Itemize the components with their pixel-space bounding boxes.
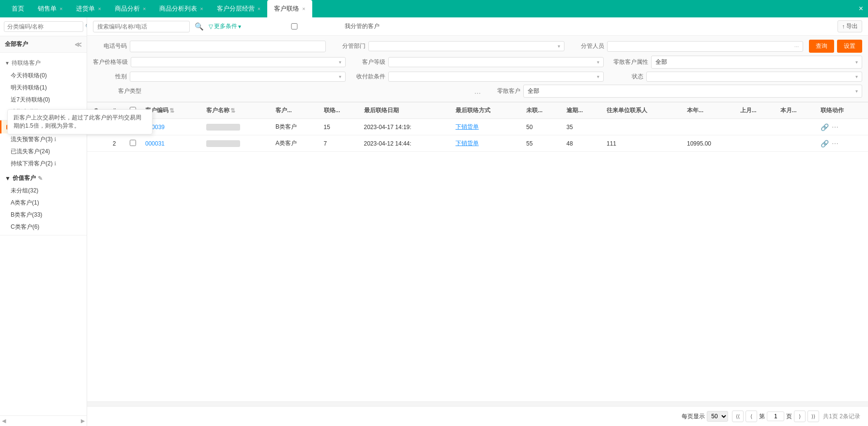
sidebar-declining[interactable]: 持续下滑客户(2) ℹ <box>0 158 87 170</box>
export-button[interactable]: ↑ 导出 <box>838 20 862 32</box>
lost-warning-info-icon[interactable]: ℹ <box>54 136 56 143</box>
status-label: 状态 <box>609 73 643 81</box>
customer-level-select[interactable]: ▾ <box>388 57 604 67</box>
th-this-month[interactable]: 本月... <box>777 103 817 119</box>
nav-purchase-order[interactable]: 进货单 × <box>69 0 107 17</box>
branch-dept-caret-icon: ▾ <box>558 44 560 49</box>
payment-field: 收付款条件 ▾ <box>351 72 604 82</box>
th-customer-type[interactable]: 客户... <box>272 103 320 119</box>
sidebar-ungrouped[interactable]: 未分组(32) <box>0 185 87 197</box>
sidebar-lost-warning[interactable]: 流失预警客户(3) ℹ <box>0 133 87 146</box>
sidebar-prev-btn[interactable]: ◀ <box>2 418 6 424</box>
row-customer-type: A类客户 <box>272 135 320 152</box>
branch-person-select[interactable]: ··· <box>607 41 803 52</box>
nav-customer-segmentation[interactable]: 客户分层经营 × <box>210 0 267 17</box>
sidebar-next-btn[interactable]: ▶ <box>81 418 85 424</box>
query-button[interactable]: 查询 <box>809 40 834 53</box>
left-sidebar: 🔍 全部客户 ≪ ▼ 待联络客户 今天待联络(0) 明天待联络(1) 近7天待联 <box>0 17 87 426</box>
row-customer-name <box>202 119 272 135</box>
filter-row-4: 客户类型 ... 零散客户 全部 ▾ <box>93 85 862 98</box>
close-all-tabs[interactable]: × <box>859 4 863 13</box>
row-last-contact-method[interactable]: 下销货单 <box>452 119 522 135</box>
branch-dept-select[interactable]: ▾ <box>368 41 564 51</box>
row-link-icon[interactable]: 🔗 <box>821 123 829 131</box>
retail-attr-caret-icon: ▾ <box>855 59 858 65</box>
th-last-contact-date[interactable]: 最后联络日期 <box>360 103 452 119</box>
more-conditions-btn[interactable]: ▽ 更多条件 ▾ <box>209 22 241 30</box>
sidebar-week-pending[interactable]: 近7天待联络(0) <box>0 94 87 106</box>
filter-more-icon[interactable]: ... <box>474 87 481 96</box>
settings-button[interactable]: 设置 <box>837 40 862 53</box>
th-last-month[interactable]: 上月... <box>736 103 777 119</box>
sidebar-already-lost[interactable]: 已流失客户(24) <box>0 146 87 158</box>
branch-person-field: 分管人员 ··· <box>570 41 803 52</box>
row-menu-icon[interactable]: ⋯ <box>832 123 838 131</box>
pending-contact-group[interactable]: ▼ 待联络客户 <box>0 57 87 70</box>
row-link-icon[interactable]: 🔗 <box>821 140 829 147</box>
price-level-label: 客户价格等级 <box>93 58 128 66</box>
prev-page-btn[interactable]: ⟨ <box>746 411 757 422</box>
sidebar-collapse-btn[interactable]: ≪ <box>75 41 82 48</box>
gender-select[interactable]: ▾ <box>130 72 346 82</box>
status-select[interactable]: ▾ <box>646 72 862 82</box>
branch-person-more-icon[interactable]: ··· <box>794 44 799 49</box>
my-customers-check[interactable] <box>246 23 343 29</box>
sidebar-tomorrow-pending[interactable]: 明天待联络(1) <box>0 82 87 94</box>
customer-level-field: 客户等级 ▾ <box>351 57 604 67</box>
sort-icon: ⇅ <box>169 107 174 114</box>
search-input[interactable] <box>93 21 190 32</box>
close-product-analysis-list[interactable]: × <box>200 6 203 12</box>
retail-attr-select[interactable]: 全部 ▾ <box>651 56 862 69</box>
sidebar-search-input[interactable] <box>4 21 83 32</box>
tooltip-box: 距客户上次交易时长，超过了此客户的平均交易周期的1.5倍，则视为异常。 <box>87 109 152 134</box>
retail-customer-caret-icon: ▾ <box>855 88 858 94</box>
row-customer-code[interactable]: 000031 <box>141 135 202 152</box>
th-unit-contact[interactable]: 往来单位联系人 <box>603 103 683 119</box>
next-page-btn[interactable]: ⟩ <box>794 411 806 422</box>
close-customer-contact[interactable]: × <box>302 6 305 12</box>
close-purchase-order[interactable]: × <box>98 6 101 12</box>
last-page-btn[interactable]: ⟩⟩ <box>807 411 819 422</box>
close-sales-order[interactable]: × <box>60 6 62 12</box>
sidebar-class-b[interactable]: B类客户(33) <box>0 209 87 221</box>
retail-customer-field: 零散客户 全部 ▾ <box>487 85 862 98</box>
th-this-year[interactable]: 本年... <box>683 103 736 119</box>
page-navigation: ⟨⟨ ⟨ 第 页 ⟩ ⟩⟩ <box>732 411 819 422</box>
horizontal-scrollbar[interactable] <box>87 401 868 406</box>
value-customer-edit-icon[interactable]: ✎ <box>38 175 43 182</box>
first-page-btn[interactable]: ⟨⟨ <box>732 411 744 422</box>
th-last-contact-method[interactable]: 最后联络方式 <box>452 103 522 119</box>
payment-select[interactable]: ▾ <box>388 72 604 82</box>
nav-home[interactable]: 首页 <box>5 0 31 17</box>
my-customers-checkbox[interactable]: 我分管的客户 <box>246 22 380 30</box>
table-area[interactable]: ⚙ # 客户编码⇅ 客户名称⇅ 客户... 联络... 最后联络日期 最后联络方… <box>87 102 868 401</box>
nav-customer-contact[interactable]: 客户联络 × <box>267 0 312 17</box>
th-contact-count[interactable]: 联络... <box>320 103 360 119</box>
sidebar-today-pending[interactable]: 今天待联络(0) <box>0 70 87 82</box>
row-last-contact-date: 2023-04-17 14:19: <box>360 119 452 135</box>
retail-customer-select[interactable]: 全部 ▾ <box>523 85 862 98</box>
search-button[interactable]: 🔍 <box>195 22 204 31</box>
row-checkbox[interactable] <box>130 140 136 146</box>
row-check[interactable] <box>124 135 141 152</box>
th-not-contacted[interactable]: 未联... <box>522 103 563 119</box>
nav-sales-order[interactable]: 销售单 × <box>31 0 69 17</box>
row-last-contact-method[interactable]: 下销货单 <box>452 135 522 152</box>
th-customer-name[interactable]: 客户名称⇅ <box>202 103 272 119</box>
sidebar-class-a[interactable]: A类客户(1) <box>0 197 87 209</box>
value-customer-group[interactable]: ▼ 价值客户 ✎ <box>0 172 87 185</box>
sidebar-class-c[interactable]: C类客户(6) <box>0 221 87 233</box>
close-customer-segmentation[interactable]: × <box>258 6 260 12</box>
phone-input[interactable] <box>130 41 326 52</box>
nav-product-analysis[interactable]: 商品分析 × <box>108 0 152 17</box>
nav-product-analysis-list[interactable]: 商品分析列表 × <box>152 0 210 17</box>
phone-field: 电话号码 <box>93 41 326 52</box>
row-menu-icon[interactable]: ⋯ <box>832 140 838 147</box>
per-page-select[interactable]: 50 <box>707 411 728 422</box>
price-level-select[interactable]: ▾ <box>131 57 346 67</box>
export-icon: ↑ <box>842 23 845 30</box>
declining-info-icon[interactable]: ℹ <box>54 161 56 167</box>
close-product-analysis[interactable]: × <box>143 6 146 12</box>
th-overdue[interactable]: 逾期... <box>563 103 603 119</box>
page-input[interactable] <box>767 411 784 421</box>
